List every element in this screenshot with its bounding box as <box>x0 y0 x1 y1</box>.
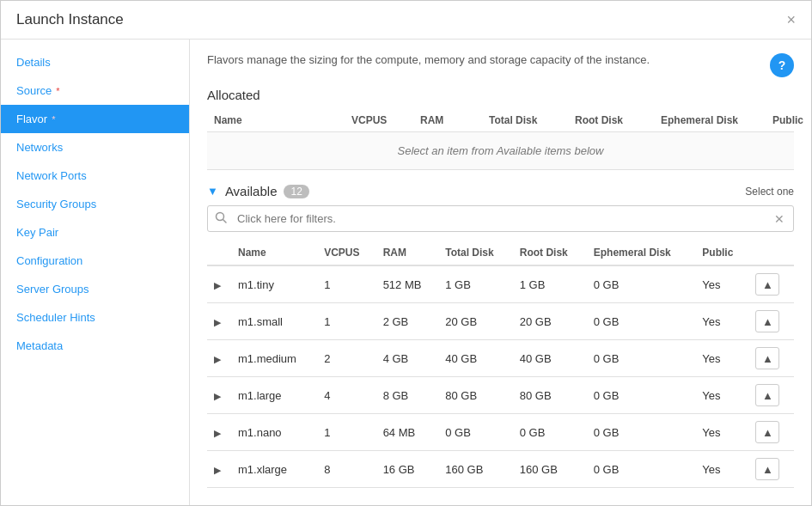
alloc-col-name: Name <box>214 114 351 126</box>
ephemeral-cell: 0 GB <box>587 303 696 340</box>
help-button[interactable]: ? <box>770 53 794 77</box>
main-content: Flavors manage the sizing for the comput… <box>190 40 811 505</box>
search-input[interactable] <box>234 207 766 230</box>
total-disk-cell: 40 GB <box>438 340 513 377</box>
ephemeral-cell: 0 GB <box>587 451 696 488</box>
expand-row-button[interactable]: ▶ <box>214 354 221 365</box>
ram-cell: 16 GB <box>376 451 439 488</box>
allocate-button[interactable]: ▲ <box>755 384 779 406</box>
name-cell: m1.large <box>231 377 317 414</box>
vcpus-cell: 4 <box>317 377 375 414</box>
alloc-col-ram: RAM <box>420 114 489 126</box>
action-cell: ▲ <box>748 414 794 451</box>
available-count-badge: 12 <box>284 185 308 198</box>
expand-cell: ▶ <box>207 265 231 303</box>
root-disk-cell: 1 GB <box>513 265 587 303</box>
table-head: NameVCPUSRAMTotal DiskRoot DiskEphemeral… <box>207 241 794 265</box>
name-cell: m1.nano <box>231 414 317 451</box>
vcpus-cell: 2 <box>317 340 375 377</box>
chevron-down-icon: ▼ <box>207 185 218 198</box>
allocate-button[interactable]: ▲ <box>755 458 779 480</box>
svg-line-1 <box>223 220 227 223</box>
expand-row-button[interactable]: ▶ <box>214 317 221 328</box>
sidebar-item-server-groups[interactable]: Server Groups <box>1 275 189 303</box>
action-cell: ▲ <box>748 303 794 340</box>
expand-cell: ▶ <box>207 340 231 377</box>
sidebar: DetailsSource *Flavor *NetworksNetwork P… <box>1 40 190 505</box>
ram-cell: 4 GB <box>376 340 439 377</box>
allocate-button[interactable]: ▲ <box>755 310 779 332</box>
info-text: Flavors manage the sizing for the comput… <box>207 53 761 66</box>
root-disk-cell: 0 GB <box>513 414 587 451</box>
table-row: ▶m1.tiny1512 MB1 GB1 GB0 GBYes▲ <box>207 265 794 303</box>
action-cell: ▲ <box>748 340 794 377</box>
allocate-button[interactable]: ▲ <box>755 347 779 369</box>
public-cell: Yes <box>695 414 748 451</box>
table-header-row: NameVCPUSRAMTotal DiskRoot DiskEphemeral… <box>207 241 794 265</box>
action-cell: ▲ <box>748 451 794 488</box>
action-cell: ▲ <box>748 377 794 414</box>
allocated-section: Allocated NameVCPUSRAMTotal DiskRoot Dis… <box>207 88 794 170</box>
modal-body: DetailsSource *Flavor *NetworksNetwork P… <box>1 40 811 505</box>
ram-cell: 64 MB <box>376 414 439 451</box>
ephemeral-cell: 0 GB <box>587 265 696 303</box>
col-expand <box>207 241 231 265</box>
available-table: NameVCPUSRAMTotal DiskRoot DiskEphemeral… <box>207 241 794 488</box>
vcpus-cell: 1 <box>317 303 375 340</box>
alloc-col-vcpus: VCPUS <box>351 114 420 126</box>
table-row: ▶m1.small12 GB20 GB20 GB0 GBYes▲ <box>207 303 794 340</box>
launch-instance-modal: Launch Instance × DetailsSource *Flavor … <box>0 0 812 506</box>
sidebar-item-source[interactable]: Source * <box>1 76 189 105</box>
sidebar-item-networks[interactable]: Networks <box>1 133 189 162</box>
sidebar-item-key-pair[interactable]: Key Pair <box>1 218 189 247</box>
expand-row-button[interactable]: ▶ <box>214 428 221 439</box>
public-cell: Yes <box>695 340 748 377</box>
table-row: ▶m1.medium24 GB40 GB40 GB0 GBYes▲ <box>207 340 794 377</box>
required-indicator: * <box>53 86 59 96</box>
alloc-col-root-disk: Root Disk <box>575 114 661 126</box>
root-disk-cell: 40 GB <box>513 340 587 377</box>
expand-row-button[interactable]: ▶ <box>214 465 221 476</box>
available-title-group: ▼ Available 12 <box>207 184 309 198</box>
action-cell: ▲ <box>748 265 794 303</box>
table-row: ▶m1.nano164 MB0 GB0 GB0 GBYes▲ <box>207 414 794 451</box>
allocated-table-header: NameVCPUSRAMTotal DiskRoot DiskEphemeral… <box>207 109 794 132</box>
search-row: ✕ <box>207 205 794 232</box>
search-clear-icon[interactable]: ✕ <box>766 207 793 231</box>
allocate-button[interactable]: ▲ <box>755 273 779 296</box>
alloc-col-total-disk: Total Disk <box>489 114 575 126</box>
ram-cell: 8 GB <box>376 377 439 414</box>
expand-row-button[interactable]: ▶ <box>214 391 221 402</box>
allocate-button[interactable]: ▲ <box>755 421 779 443</box>
total-disk-cell: 1 GB <box>438 265 513 303</box>
search-icon <box>208 206 234 231</box>
allocated-title: Allocated <box>207 88 794 102</box>
sidebar-item-details[interactable]: Details <box>1 48 189 76</box>
public-cell: Yes <box>695 451 748 488</box>
ephemeral-cell: 0 GB <box>587 414 696 451</box>
sidebar-item-flavor[interactable]: Flavor * <box>1 105 189 133</box>
col-public: Public <box>695 241 748 265</box>
col-root-disk: Root Disk <box>513 241 587 265</box>
col-vcpus: VCPUS <box>317 241 375 265</box>
select-one-label: Select one <box>745 186 794 198</box>
sidebar-item-configuration[interactable]: Configuration <box>1 247 189 275</box>
public-cell: Yes <box>695 303 748 340</box>
required-indicator: * <box>49 114 55 125</box>
sidebar-item-metadata[interactable]: Metadata <box>1 332 189 360</box>
sidebar-item-network-ports[interactable]: Network Ports <box>1 162 189 190</box>
close-button[interactable]: × <box>786 12 796 27</box>
expand-row-button[interactable]: ▶ <box>214 280 221 291</box>
expand-cell: ▶ <box>207 414 231 451</box>
alloc-col-ephemeral-disk: Ephemeral Disk <box>661 114 772 126</box>
table-row: ▶m1.xlarge816 GB160 GB160 GB0 GBYes▲ <box>207 451 794 488</box>
name-cell: m1.xlarge <box>231 451 317 488</box>
info-row: Flavors manage the sizing for the comput… <box>207 53 794 77</box>
sidebar-item-security-groups[interactable]: Security Groups <box>1 190 189 218</box>
modal-header: Launch Instance × <box>1 1 811 40</box>
sidebar-item-scheduler-hints[interactable]: Scheduler Hints <box>1 303 189 332</box>
name-cell: m1.medium <box>231 340 317 377</box>
root-disk-cell: 80 GB <box>513 377 587 414</box>
col-ram: RAM <box>376 241 439 265</box>
expand-cell: ▶ <box>207 303 231 340</box>
